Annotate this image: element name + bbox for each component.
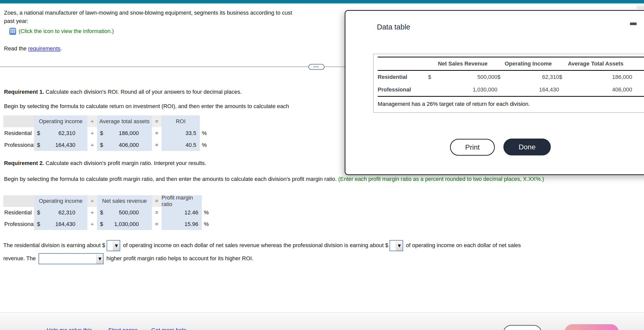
percent-sign: %: [202, 130, 207, 137]
value: 406,000: [119, 142, 152, 148]
division-select-dropdown[interactable]: ▼: [39, 253, 104, 264]
table-row: Professional $164,430 ÷ $1,030,000 = 15.…: [3, 218, 209, 230]
requirement2-text: Calculate each division's profit margin …: [44, 160, 206, 166]
dollar-sign: $: [97, 142, 103, 148]
roi-result-input[interactable]: 33.5: [162, 127, 200, 139]
check-answer-button[interactable]: Check answer: [564, 324, 619, 330]
value: 186,000: [567, 74, 632, 80]
chevron-down-icon[interactable]: ▼: [96, 254, 103, 264]
roi-header-spacer: [3, 115, 34, 127]
value: 500,000: [119, 209, 152, 216]
get-more-help-link[interactable]: Get more help: [151, 327, 186, 330]
equals-sign: =: [152, 127, 162, 139]
value: 62,310: [58, 130, 87, 137]
top-teal-bar: [0, 0, 644, 3]
value: 12.46: [184, 209, 202, 216]
divide-sign: ÷: [87, 139, 97, 151]
requirement1-text: Calculate each division's ROI. Round all…: [44, 89, 242, 95]
section-divider: [0, 67, 345, 67]
row-label: Residential: [3, 207, 34, 218]
dollar-sign: $: [97, 130, 103, 137]
dollar-sign: $: [97, 209, 103, 216]
row-label: Residential: [378, 74, 428, 80]
icon-caption: (Click the icon to view the information.…: [19, 28, 114, 35]
clear-all-button[interactable]: Clear all: [503, 325, 542, 330]
percent-sign: %: [204, 209, 209, 216]
footer-bar: Help me solve this Etext pages Get more …: [0, 312, 644, 330]
instruction-black: Begin by selecting the formula to calcul…: [4, 176, 338, 182]
professional-margin-dropdown[interactable]: ▼: [390, 240, 403, 251]
net-sales-revenue-input[interactable]: $500,000: [97, 207, 152, 218]
pm-header-operating-income: Operating income: [34, 195, 87, 207]
instruction-green-note: (Enter each profit margin ratio as a per…: [338, 176, 544, 182]
data-table-icon[interactable]: [9, 28, 16, 35]
value: 164,430: [55, 221, 87, 227]
table-rule-bottom: [378, 96, 644, 97]
profit-margin-result-input[interactable]: 15.96: [162, 218, 202, 230]
value: 1,030,000: [436, 86, 497, 93]
dollar-sign: $: [34, 221, 40, 227]
chevron-down-icon[interactable]: ▼: [396, 241, 403, 251]
net-sales-cell: $500,000: [428, 74, 497, 80]
pm-header-row: Operating income ÷ Net sales revenue = P…: [3, 195, 209, 207]
residential-margin-dropdown[interactable]: ▼: [107, 240, 120, 251]
scrollbar-top[interactable]: [637, 6, 644, 9]
value: 33.5: [185, 130, 200, 137]
roi-formula-table: Operating income ÷ Average total assets …: [3, 115, 207, 151]
value: 1,030,000: [114, 221, 152, 227]
data-table-icon-row: (Click the icon to view the information.…: [9, 28, 114, 35]
equals-sign: =: [152, 139, 162, 151]
avg-assets-cell: $186,000: [559, 74, 632, 80]
avg-assets-cell: 406,000: [559, 86, 632, 93]
problem-statement-line1: Zoes, a national manufacturer of lawn-mo…: [4, 10, 292, 16]
divide-sign: ÷: [87, 218, 97, 230]
collapse-handle-button[interactable]: •••: [308, 64, 325, 70]
table-row: Residential $500,000 $62,310 $186,000: [378, 71, 644, 83]
done-button[interactable]: Done: [503, 139, 551, 155]
etext-pages-link[interactable]: Etext pages: [108, 327, 138, 330]
help-me-solve-this-link[interactable]: Help me solve this: [47, 327, 92, 330]
net-sales-revenue-input[interactable]: $1,030,000: [97, 218, 152, 230]
table-row: Professional 1,030,000 164,430 406,000: [378, 83, 644, 96]
equals-sign: =: [152, 195, 162, 207]
profit-margin-result-input[interactable]: 12.46: [162, 207, 202, 218]
value: 186,000: [119, 130, 152, 137]
roi-header-row: Operating income ÷ Average total assets …: [3, 115, 207, 127]
requirement1-heading: Requirement 1. Calculate each division's…: [4, 89, 242, 95]
operating-income-input[interactable]: $62,310: [34, 127, 87, 139]
profit-margin-formula-table: Operating income ÷ Net sales revenue = P…: [3, 195, 209, 230]
requirement2-instruction: Begin by selecting the formula to calcul…: [4, 175, 632, 183]
operating-income-input[interactable]: $164,430: [34, 139, 87, 151]
conclusion-part3a: of operating income on each dollar of ne…: [404, 242, 521, 248]
dialog-title: Data table: [377, 23, 410, 31]
pm-header-profit-margin-ratio: Profit margin ratio: [162, 195, 202, 207]
minimize-icon[interactable]: [630, 22, 637, 25]
average-total-assets-input[interactable]: $406,000: [97, 139, 152, 151]
screen: Zoes, a national manufacturer of lawn-mo…: [0, 0, 644, 330]
print-button[interactable]: Print: [450, 139, 495, 156]
requirement1-instruction: Begin by selecting the formula to calcul…: [4, 103, 289, 110]
chevron-down-icon[interactable]: ▼: [113, 241, 120, 251]
operating-income-input[interactable]: $62,310: [34, 207, 87, 218]
header-operating-income: Operating Income: [497, 60, 559, 67]
divide-sign: ÷: [87, 115, 97, 127]
conclusion-part3b: revenue. The: [3, 255, 37, 261]
dollar-sign: $: [34, 142, 40, 148]
roi-result-input[interactable]: 40.5: [162, 139, 200, 151]
percent-sign: %: [202, 142, 207, 148]
average-total-assets-input[interactable]: $186,000: [97, 127, 152, 139]
divide-sign: ÷: [87, 207, 97, 218]
row-label: Residential: [3, 127, 34, 139]
table-row: Residential $62,310 ÷ $500,000 = 12.46 %: [3, 207, 209, 218]
roi-header-operating-income: Operating income: [34, 115, 87, 127]
operating-income-input[interactable]: $164,430: [34, 218, 87, 230]
row-label: Professional: [3, 218, 34, 230]
data-table-dialog: Data table Net Sales Revenue Operating I…: [345, 10, 644, 175]
requirement2-label: Requirement 2.: [4, 160, 44, 166]
divide-sign: ÷: [87, 127, 97, 139]
value: 164,430: [55, 142, 87, 148]
target-return-note: Management has a 26% target rate of retu…: [378, 101, 644, 107]
operating-income-cell: 164,430: [497, 86, 559, 93]
requirements-link[interactable]: requirements: [28, 45, 60, 52]
requirement2-heading: Requirement 2. Calculate each division's…: [4, 160, 206, 167]
